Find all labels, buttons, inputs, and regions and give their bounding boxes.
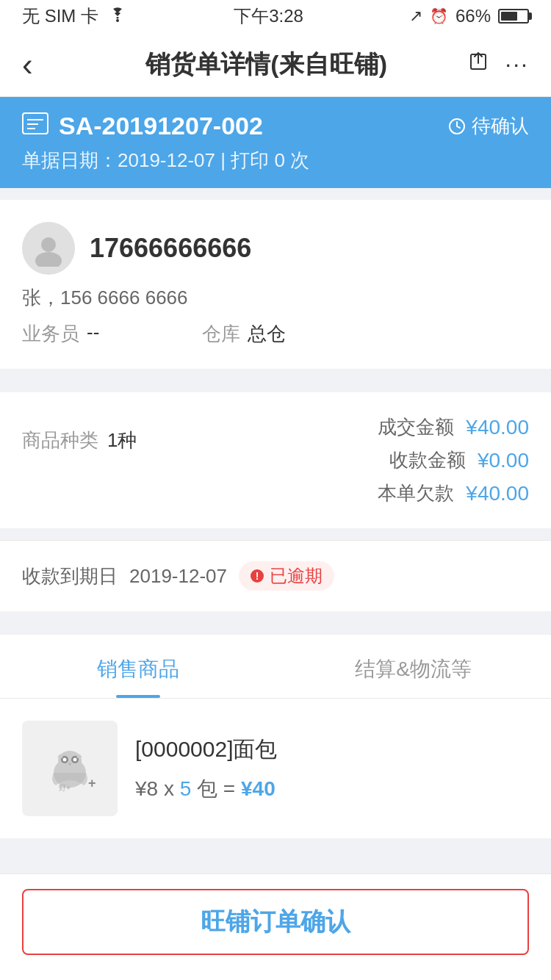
page-title: 销货单详情(来自旺铺) <box>145 48 387 82</box>
avatar <box>22 222 75 275</box>
tab-sales-goods[interactable]: 销售商品 <box>0 635 276 698</box>
product-type-row: 商品种类 1种 <box>22 428 276 453</box>
status-bar: 无 SIM 卡 下午3:28 ↗ ⏰ 66% <box>0 0 551 32</box>
warehouse-label: 仓库 <box>202 321 240 347</box>
amount-label: 成交金额 <box>378 414 454 440</box>
warehouse-value: 总仓 <box>248 321 286 347</box>
salesperson-value: -- <box>87 321 99 347</box>
received-value: ¥0.00 <box>478 449 529 472</box>
overdue-text: 已逾期 <box>270 564 323 588</box>
overdue-badge: ! 已逾期 <box>239 561 334 591</box>
location-icon: ↗ <box>409 7 422 26</box>
product-thumbnail: + 野+ <box>22 721 118 816</box>
product-item: + 野+ [0000002]面包 ¥8 x 5 包 = ¥40 <box>0 699 551 838</box>
overdue-icon: ! <box>251 569 264 583</box>
share-icon[interactable] <box>467 50 490 79</box>
svg-point-0 <box>116 19 119 22</box>
order-icon <box>22 112 48 140</box>
product-list: + 野+ [0000002]面包 ¥8 x 5 包 = ¥40 <box>0 699 551 838</box>
status-bar-right: ↗ ⏰ 66% <box>409 6 529 26</box>
battery-icon <box>498 9 529 24</box>
order-header: SA-20191207-002 待确认 单据日期：2019-12-07 | 打印… <box>0 97 551 188</box>
svg-text:野+: 野+ <box>59 784 71 792</box>
summary-left: 商品种类 1种 <box>22 414 276 453</box>
tab-settlement[interactable]: 结算&物流等 <box>276 635 551 698</box>
product-calc: ¥8 x 5 包 = ¥40 <box>135 775 529 803</box>
order-status: 待确认 <box>448 113 529 139</box>
owed-label: 本单欠款 <box>378 480 454 506</box>
svg-point-13 <box>63 757 67 761</box>
time-display: 下午3:28 <box>234 4 303 28</box>
due-date-value: 2019-12-07 <box>129 565 227 588</box>
customer-meta: 业务员 -- 仓库 总仓 <box>22 321 529 347</box>
due-date-section: 收款到期日 2019-12-07 ! 已逾期 <box>0 541 551 611</box>
svg-point-7 <box>41 237 56 252</box>
customer-phone: 17666666666 <box>90 233 251 264</box>
product-type-value: 1种 <box>107 428 137 453</box>
nav-bar: ‹ 销货单详情(来自旺铺) ··· <box>0 32 551 97</box>
bottom-bar: 旺铺订单确认 <box>0 873 551 980</box>
due-date-label: 收款到期日 <box>22 563 118 589</box>
svg-point-8 <box>35 252 62 267</box>
product-type-label: 商品种类 <box>22 428 98 453</box>
alarm-icon: ⏰ <box>430 7 448 25</box>
confirm-order-button[interactable]: 旺铺订单确认 <box>22 889 529 955</box>
battery-pct: 66% <box>455 6 491 26</box>
amount-value: ¥40.00 <box>466 416 529 439</box>
owed-value: ¥40.00 <box>466 482 529 505</box>
tabs-section: 销售商品 结算&物流等 <box>0 635 551 838</box>
more-icon[interactable]: ··· <box>505 51 529 78</box>
received-label: 收款金额 <box>389 447 466 473</box>
order-date-row: 单据日期：2019-12-07 | 打印 0 次 <box>22 148 529 173</box>
back-button[interactable]: ‹ <box>22 46 66 83</box>
salesperson-label: 业务员 <box>22 321 79 347</box>
tabs-header: 销售商品 结算&物流等 <box>0 635 551 699</box>
order-id: SA-20191207-002 <box>22 112 263 140</box>
summary-section: 商品种类 1种 成交金额 ¥40.00 收款金额 ¥0.00 本单欠款 ¥40.… <box>0 392 551 528</box>
svg-point-14 <box>73 757 77 761</box>
customer-section: 17666666666 张，156 6666 6666 业务员 -- 仓库 总仓 <box>0 200 551 369</box>
status-label: 待确认 <box>472 113 529 139</box>
carrier-label: 无 SIM 卡 <box>22 4 98 28</box>
svg-text:+: + <box>88 776 96 790</box>
product-name: [0000002]面包 <box>135 735 529 765</box>
nav-actions: ··· <box>467 50 529 79</box>
product-info: [0000002]面包 ¥8 x 5 包 = ¥40 <box>135 735 529 803</box>
status-bar-left: 无 SIM 卡 <box>22 4 128 28</box>
customer-name: 张，156 6666 6666 <box>22 285 529 311</box>
wifi-icon <box>107 6 128 26</box>
summary-right: 成交金额 ¥40.00 收款金额 ¥0.00 本单欠款 ¥40.00 <box>276 414 529 506</box>
